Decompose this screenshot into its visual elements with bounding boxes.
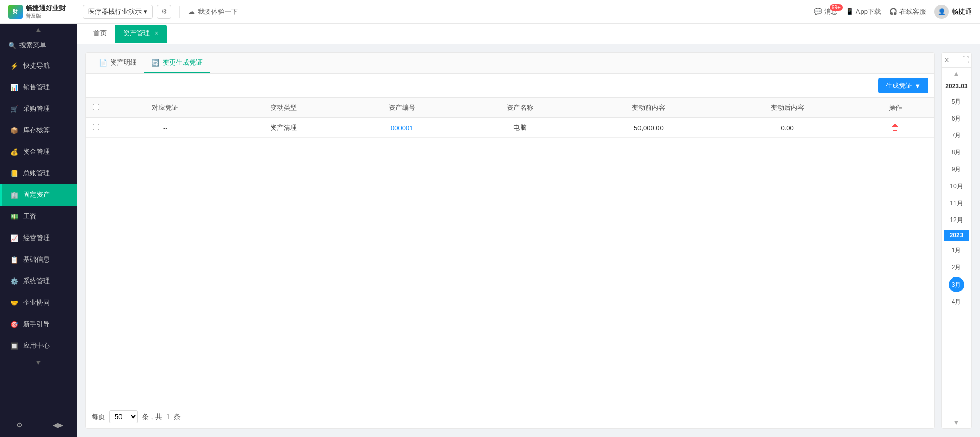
header-before-change: 变动前内容	[579, 98, 718, 118]
sidebar-item-app-center[interactable]: 🔲 应用中心	[0, 335, 77, 356]
sidebar-item-sales[interactable]: 📊 销售管理	[0, 76, 77, 98]
sidebar-bottom: ⚙ ◀▶	[0, 412, 77, 437]
experience-button[interactable]: ☁ 我要体验一下	[188, 7, 238, 16]
timeline-month-5[interactable]: 5月	[942, 93, 971, 110]
pagination-bar: 每页 50 10 20 100 条，共 1 条	[86, 405, 934, 428]
pagination-separator: 条，共	[142, 412, 162, 422]
content-area: 首页 资产管理 × 📄 资产明细 🔄 变更生成凭证	[77, 24, 980, 437]
ledger-icon: 📒	[10, 169, 19, 178]
timeline-month-6[interactable]: 6月	[942, 110, 971, 127]
pagination-unit: 条	[174, 412, 181, 422]
customer-service-button[interactable]: 🎧 在线客服	[889, 7, 926, 16]
sidebar-label-app-center: 应用中心	[23, 341, 50, 350]
download-icon: 📱	[846, 8, 854, 15]
settings-button[interactable]: ⚙	[11, 416, 28, 433]
row-checkbox[interactable]	[93, 124, 99, 130]
sidebar-label-guide: 新手引导	[23, 320, 50, 329]
tab-home[interactable]: 首页	[85, 25, 115, 43]
sidebar-item-quick-nav[interactable]: ⚡ 快捷导航	[0, 55, 77, 76]
cell-voucher: --	[106, 118, 225, 138]
timeline-close-button[interactable]: ✕	[944, 56, 950, 64]
timeline-month-1[interactable]: 1月	[942, 242, 971, 259]
guide-icon: 🎯	[10, 320, 19, 329]
timeline-year-2023[interactable]: 2023	[944, 230, 969, 241]
row-checkbox-cell	[86, 118, 106, 138]
app-download-label: App下载	[856, 7, 881, 16]
cell-before-change: 50,000.00	[579, 118, 718, 138]
messages-button[interactable]: 💬 消息 99+	[814, 7, 837, 16]
company-selector[interactable]: 医疗器械行业演示 ▾	[83, 5, 153, 19]
data-table: 对应凭证 变动类型 资产编号 资产名称	[86, 98, 934, 138]
timeline-year-header: 2023.03	[942, 80, 971, 93]
sidebar-item-ledger[interactable]: 📒 总账管理	[0, 163, 77, 184]
sidebar-item-enterprise[interactable]: 🤝 企业协同	[0, 292, 77, 313]
sidebar-item-inventory[interactable]: 📦 库存核算	[0, 120, 77, 141]
app-name: 畅捷通好业财	[26, 4, 66, 13]
cloud-icon: ☁	[188, 8, 195, 15]
basic-info-icon: 📋	[10, 255, 19, 264]
header-right: 💬 消息 99+ 📱 App下载 🎧 在线客服 👤 畅捷通	[814, 5, 972, 19]
app-center-icon: 🔲	[10, 341, 19, 350]
per-page-label: 每页	[92, 412, 105, 422]
timeline-month-3-active[interactable]: 3月	[949, 277, 964, 292]
generate-voucher-button[interactable]: 生成凭证 ▼	[878, 78, 928, 93]
timeline-scroll-up[interactable]: ▲	[951, 68, 962, 80]
timeline-month-8[interactable]: 8月	[942, 144, 971, 161]
inner-tab1-label: 资产明细	[110, 58, 137, 67]
sidebar-scroll-down[interactable]: ▼	[0, 356, 77, 368]
tab-close-button[interactable]: ×	[155, 30, 158, 37]
timeline-month-11[interactable]: 11月	[942, 195, 971, 212]
avatar: 👤	[934, 5, 949, 19]
table-body: -- 资产清理 000001 电脑 50,000.00 0.00 🗑	[86, 118, 934, 138]
delete-button[interactable]: 🗑	[891, 123, 899, 132]
company-name: 医疗器械行业演示	[88, 7, 142, 16]
page-size-select[interactable]: 50 10 20 100	[109, 410, 138, 423]
sidebar-item-finance[interactable]: 💰 资金管理	[0, 141, 77, 163]
collapse-button[interactable]: ◀▶	[50, 416, 66, 433]
inner-tab-asset-detail[interactable]: 📄 资产明细	[92, 53, 144, 73]
app-download-button[interactable]: 📱 App下载	[846, 7, 881, 16]
payroll-icon: 💵	[10, 212, 19, 221]
asset-detail-icon: 📄	[99, 58, 107, 67]
purchase-icon: 🛒	[10, 104, 19, 113]
timeline-month-7[interactable]: 7月	[942, 127, 971, 144]
fixed-assets-icon: 🏢	[10, 190, 19, 200]
inner-tabs: 📄 资产明细 🔄 变更生成凭证	[86, 53, 934, 74]
sidebar-label-payroll: 工资	[23, 212, 36, 221]
timeline-month-9[interactable]: 9月	[942, 161, 971, 178]
generate-voucher-icon: 🔄	[151, 58, 159, 67]
page-content: 📄 资产明细 🔄 变更生成凭证 生成凭证 ▼	[77, 44, 980, 437]
settings-gear-button[interactable]: ⚙	[157, 5, 171, 19]
timeline-expand-button[interactable]: ⛶	[962, 56, 969, 64]
header-action: 操作	[856, 98, 934, 118]
header-checkbox-cell	[86, 98, 106, 118]
tab-asset-management[interactable]: 资产管理 ×	[115, 25, 167, 43]
timeline-month-2[interactable]: 2月	[942, 259, 971, 276]
timeline-month-12[interactable]: 12月	[942, 212, 971, 229]
user-info[interactable]: 👤 畅捷通	[934, 5, 972, 19]
timeline-scroll-down[interactable]: ▼	[951, 416, 962, 428]
sidebar-item-guide[interactable]: 🎯 新手引导	[0, 313, 77, 335]
messages-badge: 99+	[830, 4, 843, 11]
sidebar-item-basic-info[interactable]: 📋 基础信息	[0, 249, 77, 270]
sidebar-search[interactable]: 🔍 搜索菜单	[0, 35, 77, 55]
header-change-type: 变动类型	[225, 98, 343, 118]
timeline-month-10[interactable]: 10月	[942, 178, 971, 195]
sidebar-label-ledger: 总账管理	[23, 169, 50, 178]
timeline-month-4[interactable]: 4月	[942, 293, 971, 310]
table-container: 对应凭证 变动类型 资产编号 资产名称	[86, 98, 934, 405]
customer-service-label: 在线客服	[899, 7, 926, 16]
main-layout: ▲ 🔍 搜索菜单 ⚡ 快捷导航 📊 销售管理 🛒 采购管理 📦 库存核算 💰 资…	[0, 24, 980, 437]
sidebar-item-purchase[interactable]: 🛒 采购管理	[0, 98, 77, 120]
sidebar-item-business[interactable]: 📈 经营管理	[0, 227, 77, 249]
sidebar-label-business: 经营管理	[23, 233, 50, 243]
select-all-checkbox[interactable]	[93, 104, 99, 110]
inner-tab-generate-voucher[interactable]: 🔄 变更生成凭证	[144, 53, 210, 73]
sidebar-item-system[interactable]: ⚙️ 系统管理	[0, 270, 77, 292]
message-icon: 💬	[814, 8, 822, 15]
sidebar-item-payroll[interactable]: 💵 工资	[0, 206, 77, 227]
sidebar-scroll-up[interactable]: ▲	[0, 24, 77, 35]
enterprise-icon: 🤝	[10, 298, 19, 307]
timeline-panel: ✕ ⛶ ▲ 2023.03 5月 6月 7月 8月 9月 10月 11月 12月…	[941, 52, 972, 429]
sidebar-item-fixed-assets[interactable]: 🏢 固定资产	[0, 184, 77, 206]
